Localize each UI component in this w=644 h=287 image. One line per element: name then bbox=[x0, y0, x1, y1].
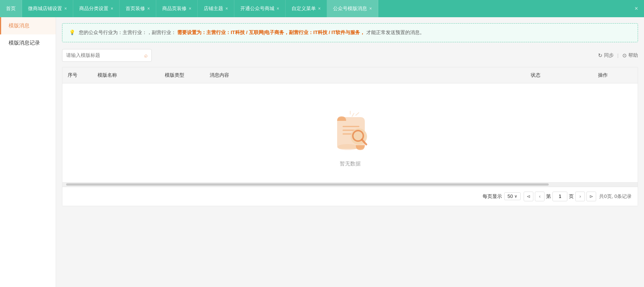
scroll-bar-area[interactable] bbox=[62, 182, 638, 187]
svg-line-7 bbox=[352, 113, 354, 116]
next-page-button[interactable]: › bbox=[575, 192, 585, 201]
toolbar-right: ↻ 同步 | ⊙ 帮助 bbox=[598, 52, 638, 59]
close-theme-icon[interactable]: × bbox=[225, 6, 228, 11]
nav-tab-template-msg-label: 公众号模版消息 bbox=[333, 5, 367, 12]
notice-box: 💡 您的公众号行业为：主营行业：，副营行业： 需要设置为：主营行业：IT科技 /… bbox=[62, 23, 638, 42]
last-page-button[interactable]: ⊳ bbox=[586, 192, 596, 201]
sync-button[interactable]: ↻ 同步 bbox=[598, 52, 614, 59]
th-status: 状态 bbox=[526, 67, 593, 83]
table-wrap: 序号 模版名称 模版类型 消息内容 状态 操作 bbox=[62, 67, 638, 206]
nav-tab-category[interactable]: 商品分类设置 × bbox=[73, 0, 120, 17]
close-all-button[interactable]: × bbox=[629, 5, 644, 12]
close-category-icon[interactable]: × bbox=[111, 6, 113, 11]
close-template-msg-icon[interactable]: × bbox=[369, 6, 372, 11]
chevron-down-icon: ∨ bbox=[514, 194, 517, 199]
close-product-icon[interactable]: × bbox=[189, 6, 191, 11]
page-size-label: 每页显示 bbox=[483, 193, 502, 200]
help-button[interactable]: ⊙ 帮助 bbox=[622, 52, 638, 59]
sync-label: 同步 bbox=[604, 52, 614, 59]
empty-illustration bbox=[326, 106, 375, 155]
sidebar: 模版消息 模版消息记录 bbox=[0, 17, 56, 287]
page-size-value: 50 bbox=[508, 193, 513, 199]
scroll-bar-inner bbox=[66, 183, 549, 186]
nav-tab-product-label: 商品页装修 bbox=[162, 5, 187, 12]
sync-icon: ↻ bbox=[598, 52, 603, 58]
nav-tab-homepage[interactable]: 首页装修 × bbox=[120, 0, 156, 17]
content-area: 💡 您的公众号行业为：主营行业：，副营行业： 需要设置为：主营行业：IT科技 /… bbox=[56, 17, 644, 287]
pagination-bar: 每页显示 50 ∨ ⊲ ‹ 第 页 › ⊳ 共0页, 0条记录 bbox=[62, 187, 638, 206]
nav-tab-theme-label: 店铺主题 bbox=[204, 5, 223, 12]
close-custom-menu-icon[interactable]: × bbox=[318, 6, 321, 11]
nav-tab-home-label: 首页 bbox=[6, 5, 16, 12]
main-layout: 模版消息 模版消息记录 💡 您的公众号行业为：主营行业：，副营行业： 需要设置为… bbox=[0, 17, 644, 287]
nav-tab-template-msg[interactable]: 公众号模版消息 × bbox=[327, 0, 378, 17]
empty-state: 暂无数据 bbox=[62, 83, 638, 182]
nav-tab-custom-menu-label: 自定义菜单 bbox=[292, 5, 316, 12]
first-page-button[interactable]: ⊲ bbox=[524, 192, 533, 201]
nav-tab-theme[interactable]: 店铺主题 × bbox=[198, 0, 234, 17]
total-info: 共0页, 0条记录 bbox=[599, 193, 632, 200]
toolbar-divider: | bbox=[617, 52, 619, 58]
search-bar: ⌕ ↻ 同步 | ⊙ 帮助 bbox=[62, 49, 638, 62]
nav-tab-weishop-label: 微商城店铺设置 bbox=[28, 5, 62, 12]
nav-tab-homepage-label: 首页装修 bbox=[126, 5, 145, 12]
th-index: 序号 bbox=[62, 67, 92, 83]
close-homepage-icon[interactable]: × bbox=[147, 6, 150, 11]
notice-icon: 💡 bbox=[69, 30, 75, 35]
top-nav: 首页 微商城店铺设置 × 商品分类设置 × 首页装修 × 商品页装修 × 店铺主… bbox=[0, 0, 644, 17]
table-header: 序号 模版名称 模版类型 消息内容 状态 操作 bbox=[62, 67, 638, 83]
sidebar-item-template[interactable]: 模版消息 bbox=[0, 17, 56, 34]
empty-state-text: 暂无数据 bbox=[340, 161, 361, 167]
nav-tab-custom-menu[interactable]: 自定义菜单 × bbox=[286, 0, 327, 17]
page-number-input[interactable] bbox=[552, 192, 567, 201]
nav-tab-wechat-shop[interactable]: 开通公众号商城 × bbox=[234, 0, 286, 17]
svg-line-8 bbox=[356, 113, 359, 115]
help-icon: ⊙ bbox=[622, 52, 627, 58]
nav-tab-wechat-shop-label: 开通公众号商城 bbox=[240, 5, 274, 12]
page-unit: 页 bbox=[569, 193, 574, 200]
prev-page-button[interactable]: ‹ bbox=[535, 192, 545, 201]
sidebar-item-template-record[interactable]: 模版消息记录 bbox=[0, 34, 56, 52]
th-content: 消息内容 bbox=[204, 67, 526, 83]
th-type: 模版类型 bbox=[160, 67, 204, 83]
notice-highlight: 需要设置为：主营行业：IT科技 / 互联网|电子商务，副营行业：IT科技 / I… bbox=[177, 30, 365, 35]
pagination-controls: ⊲ ‹ 第 页 › ⊳ bbox=[524, 192, 596, 201]
nav-tab-category-label: 商品分类设置 bbox=[79, 5, 108, 12]
th-action: 操作 bbox=[593, 67, 638, 83]
help-label: 帮助 bbox=[628, 52, 638, 59]
close-wechat-shop-icon[interactable]: × bbox=[277, 6, 279, 11]
page-size-box[interactable]: 50 ∨ bbox=[504, 192, 521, 200]
nav-tab-weishop[interactable]: 微商城店铺设置 × bbox=[22, 0, 73, 17]
search-input[interactable] bbox=[66, 52, 144, 58]
nav-tab-home[interactable]: 首页 bbox=[0, 0, 22, 17]
di-label: 第 bbox=[546, 193, 551, 200]
close-weishop-icon[interactable]: × bbox=[64, 6, 67, 11]
notice-text-suffix: 才能正常发送预置的消息。 bbox=[366, 30, 425, 35]
search-icon[interactable]: ⌕ bbox=[144, 52, 148, 58]
notice-text-prefix: 您的公众号行业为：主营行业：，副营行业： bbox=[79, 30, 176, 35]
search-input-wrap: ⌕ bbox=[62, 49, 152, 62]
th-name: 模版名称 bbox=[92, 67, 160, 83]
sidebar-item-template-label: 模版消息 bbox=[9, 22, 30, 28]
page-size-select: 每页显示 50 ∨ bbox=[483, 192, 521, 200]
sidebar-item-template-record-label: 模版消息记录 bbox=[9, 40, 40, 46]
nav-tab-product[interactable]: 商品页装修 × bbox=[156, 0, 198, 17]
